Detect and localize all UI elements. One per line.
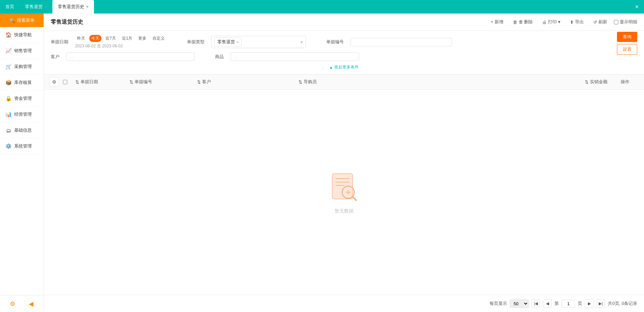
sales-icon: 📈 <box>5 48 11 54</box>
sidebar-item-finance-label: 资金管理 <box>14 95 32 102</box>
sidebar-bottom: ⚙ ◀ <box>0 295 44 312</box>
top-bar-right: × <box>635 3 644 10</box>
purchase-icon: 🛒 <box>5 64 11 70</box>
sidebar-item-operations[interactable]: 📊 经营管理 <box>0 107 44 122</box>
filter-goods-input[interactable]: … <box>231 52 359 61</box>
tab-home-label: 首页 <box>5 4 14 10</box>
display-detail-checkbox[interactable] <box>614 20 618 24</box>
sidebar-item-purchase[interactable]: 🛒 采购管理 <box>0 59 44 75</box>
tab-home[interactable]: 首页 <box>0 0 20 14</box>
delete-button[interactable]: 🗑 🗑 删除 <box>510 18 536 26</box>
svg-line-6 <box>352 196 356 200</box>
sidebar-item-inventory[interactable]: 📦 库存核算 <box>0 75 44 91</box>
date-opt-7days[interactable]: 近7天 <box>103 35 118 42</box>
filter-type-dropdown[interactable]: 零售退货 × ▾ <box>211 36 306 48</box>
page-actions: + 新增 🗑 🗑 删除 🖨 打印 ▾ ⬆ 导出 ↺ 刷新 <box>488 18 637 26</box>
filter-goods-label: 商品 <box>215 54 224 60</box>
table-header-row: ⇅ 单据日期 ⇅ 单据编号 ⇅ 客户 ⇅ 导购员 <box>71 79 639 85</box>
pagination-prev-button[interactable]: ◀ <box>543 299 552 308</box>
date-opt-today[interactable]: 今天 <box>89 35 101 42</box>
table-container: ⚙ ⇅ 单据日期 ⇅ 单据编号 ⇅ 客户 <box>44 74 644 295</box>
sidebar-item-basic-info[interactable]: 🗂 基础信息 <box>0 122 44 138</box>
pagination-first-button[interactable]: |◀ <box>531 299 540 308</box>
filter-docno-input[interactable] <box>351 38 452 46</box>
delete-label: 🗑 删除 <box>519 19 533 25</box>
print-button[interactable]: 🖨 打印 ▾ <box>540 18 563 26</box>
pagination-next-button[interactable]: ▶ <box>585 299 594 308</box>
pagination: 每页显示 10 20 50 100 |◀ ◀ 第 页 ▶ ▶| 共0页, 0条记… <box>44 295 644 312</box>
sidebar-collapse-button[interactable]: ◀ <box>26 298 37 309</box>
inventory-icon: 📦 <box>5 80 11 86</box>
sidebar-item-sales-label: 销售管理 <box>14 48 32 54</box>
sidebar-item-quick-nav-label: 快捷导航 <box>14 32 32 38</box>
dropdown-arrow-icon: ▾ <box>301 40 303 45</box>
sidebar-item-inventory-label: 库存核算 <box>14 80 32 86</box>
table-toolbar: ⚙ ⇅ 单据日期 ⇅ 单据编号 ⇅ 客户 <box>44 74 644 90</box>
col-docno-label: 单据编号 <box>135 79 152 85</box>
sidebar-item-basic-info-label: 基础信息 <box>14 127 32 133</box>
sidebar-item-sales[interactable]: 📈 销售管理 <box>0 43 44 59</box>
pagination-page-input[interactable] <box>562 300 575 308</box>
sidebar-settings-button[interactable]: ⚙ <box>7 298 18 309</box>
sort-icon-customer: ⇅ <box>197 80 201 85</box>
date-opt-yesterday[interactable]: 昨天 <box>75 35 87 42</box>
sidebar-item-system[interactable]: ⚙️ 系统管理 <box>0 138 44 154</box>
col-date-label: 单据日期 <box>80 79 98 85</box>
search-icon: 🔍 <box>9 18 15 23</box>
display-detail-checkbox-area[interactable]: 显示明细 <box>614 19 637 25</box>
date-opt-1month[interactable]: 近1月 <box>120 35 135 42</box>
tab-retail-return-history-close[interactable]: × <box>86 4 89 9</box>
tab-retail-return-close[interactable]: × <box>45 4 47 9</box>
filter-type-tag-label: 零售退货 <box>217 39 235 45</box>
date-opt-custom[interactable]: 自定义 <box>150 35 167 42</box>
sidebar-item-finance[interactable]: 🔒 资金管理 <box>0 91 44 107</box>
window-close-button[interactable]: × <box>635 3 639 10</box>
sort-icon-amount: ⇅ <box>585 80 589 85</box>
date-opt-more[interactable]: 更多 <box>136 35 148 42</box>
query-button[interactable]: 查询 <box>617 32 637 42</box>
col-header-date[interactable]: ⇅ 单据日期 <box>71 79 125 85</box>
sort-icon-guide: ⇅ <box>299 80 302 85</box>
page-header: 零售退货历史 + 新增 🗑 🗑 删除 🖨 打印 ▾ ⬆ 导出 ↺ 刷新 <box>44 14 644 31</box>
refresh-button[interactable]: ↺ 刷新 <box>591 18 610 26</box>
export-button[interactable]: ⬆ 导出 <box>567 18 587 26</box>
col-header-guide[interactable]: ⇅ 导购员 <box>294 79 379 85</box>
tab-retail-return-label: 零售退货 <box>25 4 43 10</box>
sidebar: 🔍 搜索菜单 🏠 快捷导航 📈 销售管理 🛒 采购管理 📦 库存核算 🔒 <box>0 14 44 312</box>
pagination-last-button[interactable]: ▶| <box>596 299 605 308</box>
system-icon: ⚙️ <box>5 143 11 149</box>
tab-retail-return[interactable]: 零售退货 × <box>20 0 52 14</box>
select-all-checkbox[interactable] <box>63 80 67 84</box>
filter-collapse-button[interactable]: ▲ 收起更多条件 <box>329 64 359 70</box>
customer-ellipsis: … <box>69 54 74 59</box>
refresh-label: 刷新 <box>598 19 607 25</box>
new-button[interactable]: + 新增 <box>488 18 506 26</box>
filter-collapse-label: 收起更多条件 <box>334 64 359 70</box>
table-column-settings-button[interactable]: ⚙ <box>49 77 59 87</box>
col-header-customer[interactable]: ⇅ 客户 <box>193 79 294 85</box>
filter-customer-label: 客户 <box>51 54 59 60</box>
col-header-docno[interactable]: ⇅ 单据编号 <box>125 79 193 85</box>
pagination-total-info: 共0页, 0条记录 <box>608 300 637 307</box>
settings-query-button[interactable]: 设置 <box>617 44 637 55</box>
export-icon: ⬆ <box>570 20 574 25</box>
pagination-size-select[interactable]: 10 20 50 100 <box>510 299 529 308</box>
empty-illustration <box>324 170 364 204</box>
col-header-amount[interactable]: ⇅ 实销金额 <box>571 79 612 85</box>
col-guide-label: 导购员 <box>304 79 317 85</box>
finance-icon: 🔒 <box>5 95 11 102</box>
col-amount-label: 实销金额 <box>590 79 607 85</box>
content-area: 零售退货历史 + 新增 🗑 🗑 删除 🖨 打印 ▾ ⬆ 导出 ↺ 刷新 <box>44 14 644 312</box>
sort-icon-date: ⇅ <box>75 80 79 85</box>
tab-retail-return-history[interactable]: 零售退货历史 × <box>52 0 94 14</box>
basic-info-icon: 🗂 <box>5 127 11 133</box>
filter-customer-input[interactable]: … <box>66 52 195 61</box>
collapse-icon: ◀ <box>29 300 33 308</box>
filter-type-tag-close[interactable]: × <box>236 40 238 44</box>
tab-bar: 首页 零售退货 × 零售退货历史 × <box>0 0 635 14</box>
settings-icon: ⚙ <box>10 300 15 308</box>
delete-icon: 🗑 <box>513 20 517 25</box>
sidebar-search-button[interactable]: 🔍 搜索菜单 <box>0 14 44 27</box>
sidebar-item-quick-nav[interactable]: 🏠 快捷导航 <box>0 27 44 43</box>
sidebar-item-operations-label: 经营管理 <box>14 111 32 117</box>
